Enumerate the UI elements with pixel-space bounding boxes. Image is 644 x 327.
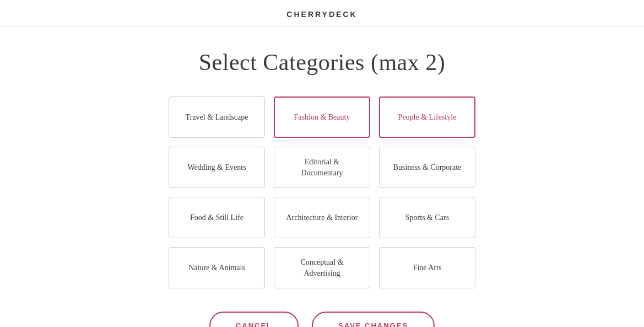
category-btn-conceptual-advertising[interactable]: Conceptual &Advertising [274, 247, 370, 288]
category-btn-business-corporate[interactable]: Business & Corporate [379, 147, 475, 188]
category-btn-travel-landscape[interactable]: Travel & Landscape [169, 97, 265, 138]
logo: CHERRYDECK [286, 10, 357, 19]
categories-grid: Travel & Landscape Fashion & Beauty Peop… [169, 97, 475, 288]
category-btn-nature-animals[interactable]: Nature & Animals [169, 247, 265, 288]
category-btn-architecture-interior[interactable]: Architecture & Interior [274, 197, 370, 238]
category-btn-wedding-events[interactable]: Wedding & Events [169, 147, 265, 188]
main-content: Select Categories (max 2) Travel & Lands… [0, 27, 644, 327]
category-btn-people-lifestyle[interactable]: People & Lifestyle [379, 97, 475, 138]
save-changes-button[interactable]: SAVE CHANGES [312, 312, 435, 327]
header: CHERRYDECK [0, 0, 644, 27]
actions-row: CANCEL SAVE CHANGES [209, 312, 435, 327]
category-btn-editorial-documentary[interactable]: Editorial &Documentary [274, 147, 370, 188]
page-title: Select Categories (max 2) [199, 49, 446, 76]
category-btn-fine-arts[interactable]: Fine Arts [379, 247, 475, 288]
category-btn-food-still-life[interactable]: Food & Still Life [169, 197, 265, 238]
category-btn-sports-cars[interactable]: Sports & Cars [379, 197, 475, 238]
cancel-button[interactable]: CANCEL [209, 312, 299, 327]
category-btn-fashion-beauty[interactable]: Fashion & Beauty [274, 97, 370, 138]
